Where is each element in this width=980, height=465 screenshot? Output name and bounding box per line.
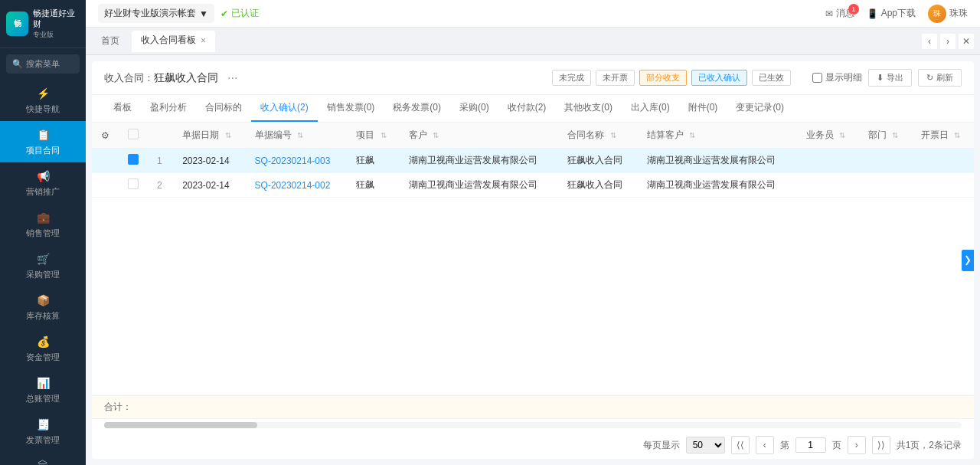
ledger-icon: 📊 — [35, 375, 51, 391]
export-button[interactable]: ⬇ 导出 — [868, 69, 912, 87]
per-page-select[interactable]: 10 20 50 100 — [686, 437, 725, 454]
tab-active[interactable]: 收入合同看板 × — [132, 31, 215, 52]
company-selector[interactable]: 好业财专业版演示帐套 ▼ — [98, 4, 214, 23]
row1-checkbox[interactable] — [128, 154, 139, 165]
export-label: 导出 — [887, 72, 903, 84]
horizontal-scrollbar[interactable] — [92, 418, 974, 431]
row2-checkbox[interactable] — [128, 178, 139, 189]
contract-more-button[interactable]: ··· — [227, 71, 237, 85]
project-column-header[interactable]: 项目 ⇅ — [347, 123, 399, 149]
sidebar-item-ledger[interactable]: 📊 总账管理 — [0, 369, 86, 411]
tab-nav: ‹ › ✕ — [922, 34, 974, 49]
project-contract-icon: 📋 — [35, 127, 51, 142]
tab-prev-button[interactable]: ‹ — [922, 34, 937, 49]
checkbox-column-header[interactable] — [119, 123, 148, 149]
settle-customer-column-header[interactable]: 结算客户 ⇅ — [638, 123, 797, 149]
app-sub: 专业版 — [33, 30, 80, 40]
sub-tab-attachment[interactable]: 附件(0) — [679, 95, 727, 122]
tab-home[interactable]: 首页 — [92, 31, 129, 52]
tax-icon: 🏛 — [35, 458, 51, 465]
sidebar-item-purchase[interactable]: 🛒 采购管理 — [0, 245, 86, 287]
num-column-header — [148, 123, 173, 149]
message-badge: 1 — [848, 4, 859, 15]
sub-tab-warehouse[interactable]: 出入库(0) — [622, 95, 679, 122]
sidebar-item-inventory[interactable]: 📦 库存核算 — [0, 287, 86, 328]
settings-icon: ⚙ — [101, 130, 109, 141]
sub-tab-subject[interactable]: 合同标的 — [196, 95, 251, 122]
customer-sort-icon: ⇅ — [433, 131, 439, 139]
row1-checkbox-cell[interactable] — [119, 149, 148, 173]
row1-code-link[interactable]: SQ-20230214-003 — [255, 156, 331, 166]
settle-sort-icon: ⇅ — [689, 131, 695, 139]
department-column-header[interactable]: 部门 ⇅ — [859, 123, 911, 149]
contract-name: 狂飙收入合同 — [154, 71, 218, 84]
app-logo: 畅 畅捷通好业财 专业版 — [0, 0, 86, 48]
app-download-button[interactable]: 📱 App下载 — [867, 7, 916, 20]
logo-icon: 畅 — [6, 11, 28, 36]
contract-column-header[interactable]: 合同名称 ⇅ — [558, 123, 638, 149]
sidebar-item-invoice[interactable]: 🧾 发票管理 — [0, 411, 86, 452]
next-page-button[interactable]: › — [848, 436, 866, 454]
capital-label: 资金管理 — [26, 352, 60, 363]
refresh-button[interactable]: ↻ 刷新 — [918, 69, 962, 87]
show-detail-checkbox[interactable] — [812, 73, 822, 83]
sidebar-item-marketing[interactable]: 📢 营销推广 — [0, 162, 86, 204]
app-download-icon: 📱 — [867, 8, 878, 19]
sidebar-item-quick-nav[interactable]: ⚡ 快捷导航 — [0, 80, 86, 121]
sub-tab-purchase[interactable]: 采购(0) — [450, 95, 498, 122]
customer-column-header[interactable]: 客户 ⇅ — [400, 123, 559, 149]
date-sort-icon: ⇅ — [225, 131, 231, 139]
last-page-button[interactable]: ⟩⟩ — [872, 436, 890, 454]
table-row[interactable]: 2 2023-02-14 SQ-20230214-002 狂飙 湖南卫视商业运营… — [92, 173, 974, 198]
sub-tab-changes[interactable]: 变更记录(0) — [727, 95, 793, 122]
sidebar-item-tax[interactable]: 🏛 税务管理 — [0, 452, 86, 465]
right-panel-toggle[interactable] — [962, 250, 974, 271]
sidebar-item-sales[interactable]: 💼 销售管理 — [0, 204, 86, 245]
message-button[interactable]: ✉ 消息 1 — [825, 7, 854, 20]
sub-tab-profit[interactable]: 盈利分析 — [141, 95, 196, 122]
capital-icon: 💰 — [35, 334, 51, 349]
status-tag-confirmed[interactable]: 已收入确认 — [691, 70, 747, 86]
sidebar-item-capital[interactable]: 💰 资金管理 — [0, 328, 86, 369]
contract-sort-icon: ⇅ — [610, 131, 616, 139]
tab-close-all-button[interactable]: ✕ — [959, 34, 974, 49]
sub-tab-sales-invoice[interactable]: 销售发票(0) — [318, 95, 384, 122]
tab-close-icon[interactable]: × — [201, 35, 206, 46]
certified-label: 已认证 — [231, 7, 259, 20]
sidebar-item-project-contract[interactable]: 📋 项目合同 — [0, 121, 86, 162]
row2-code-link[interactable]: SQ-20230214-002 — [255, 180, 331, 191]
marketing-icon: 📢 — [35, 169, 51, 184]
status-tag-incomplete[interactable]: 未完成 — [552, 70, 591, 86]
salesman-column-header[interactable]: 业务员 ⇅ — [797, 123, 859, 149]
sub-tab-tax-invoice[interactable]: 税务发票(0) — [384, 95, 450, 122]
search-menu-button[interactable]: 🔍 搜索菜单 — [6, 54, 80, 74]
prev-page-button[interactable]: ‹ — [756, 436, 774, 454]
row1-customer: 湖南卫视商业运营发展有限公司 — [400, 149, 559, 173]
scrollbar-thumb[interactable] — [104, 422, 257, 428]
row1-num: 1 — [148, 149, 173, 173]
status-tag-partial[interactable]: 部分收支 — [639, 70, 687, 86]
sub-tab-other[interactable]: 其他收支(0) — [555, 95, 622, 122]
status-tag-effective[interactable]: 已生效 — [752, 70, 791, 86]
table-row[interactable]: 1 2023-02-14 SQ-20230214-003 狂飙 湖南卫视商业运营… — [92, 149, 974, 173]
billing-date-column-header[interactable]: 开票日 ⇅ — [912, 123, 975, 149]
sub-tab-revenue-confirm[interactable]: 收入确认(2) — [251, 95, 318, 122]
table-footer: 合计： — [92, 395, 974, 418]
tab-home-label: 首页 — [101, 34, 119, 47]
current-page-input[interactable] — [795, 437, 826, 453]
date-column-header[interactable]: 单据日期 ⇅ — [173, 123, 245, 149]
code-column-header[interactable]: 单据编号 ⇅ — [246, 123, 348, 149]
topbar-left: 好业财专业版演示帐套 ▼ ✔ 已认证 — [98, 4, 259, 23]
sub-tab-board[interactable]: 看板 — [104, 95, 141, 122]
user-avatar[interactable]: 珠 珠珠 — [928, 5, 968, 23]
first-page-button[interactable]: ⟨⟨ — [731, 436, 750, 454]
row1-billing-date — [912, 149, 975, 173]
sub-tab-payment[interactable]: 收付款(2) — [498, 95, 556, 122]
settings-column-header[interactable]: ⚙ — [92, 123, 119, 149]
row1-code: SQ-20230214-003 — [246, 149, 348, 173]
status-tag-uninvoiced[interactable]: 未开票 — [596, 70, 635, 86]
row2-checkbox-cell[interactable] — [119, 173, 148, 198]
tab-next-button[interactable]: › — [940, 34, 956, 49]
app-download-label: App下载 — [881, 7, 916, 20]
select-all-checkbox[interactable] — [128, 129, 139, 139]
